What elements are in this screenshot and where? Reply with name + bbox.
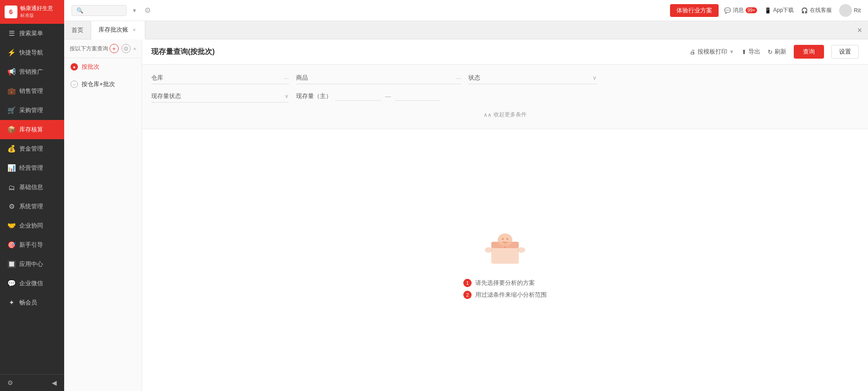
sidebar-item-system[interactable]: ⚙ 系统管理 [0,197,64,216]
collapse-more-btn[interactable]: ∧∧ 收起更多条件 [151,108,859,121]
warehouse-input-container: 仓库 ··· [151,72,289,84]
scheme-batch[interactable]: ● 按批次 [64,58,142,76]
step-1-label: 请先选择要分析的方案 [475,279,535,287]
tabbar: 首页 库存批次账 × ✕ [64,21,868,39]
empty-svg [478,223,533,269]
settings-button[interactable]: 设置 [831,45,859,59]
service-icon: 🎧 [801,7,808,14]
dropdown-arrow[interactable]: ▼ [132,8,137,13]
sidebar-item-search[interactable]: ☰ 搜索菜单 [0,24,64,43]
product-more-btn[interactable]: ··· [456,75,461,81]
finance-icon: 💰 [7,145,16,153]
filter-area: 仓库 ··· 商品 ··· [142,65,868,129]
filter-row-2: 现存量状态 ∨ 现存量（主） — [151,90,859,103]
empty-step-1: 1 请先选择要分析的方案 [463,279,547,287]
print-icon: 🖨 [690,49,696,55]
online-service-action[interactable]: 🎧 在线客服 [801,6,832,14]
left-panel-collapse-icon[interactable]: « [133,46,136,51]
refresh-btn[interactable]: ↻ 刷新 [768,48,786,56]
messages-badge: 99+ [746,7,757,13]
inv-qty-dash: — [385,93,391,100]
sales-icon: 💼 [7,87,16,95]
warehouse-more-btn[interactable]: ··· [284,75,289,81]
app-version: 标准版 [20,12,53,19]
page-title: 现存量查询(按批次) [151,47,215,57]
member-icon: ✦ [7,299,16,307]
filter-inv-status-field: 现存量状态 ∨ [151,90,289,103]
sidebar-nav: ☰ 搜索菜单 ⚡ 快捷导航 📢 营销推广 💼 销售管理 🛒 采购管理 📦 库存核… [0,24,64,374]
sidebar-item-basics[interactable]: 🗂 基础信息 [0,178,64,197]
username: Rit [854,7,861,14]
export-btn[interactable]: ⬆ 导出 [742,48,760,56]
filter-status-field: 状态 ∨ [468,72,597,84]
add-scheme-btn[interactable]: + [110,44,119,53]
step-num-2: 2 [463,291,472,299]
tab-inventory-batch[interactable]: 库存批次账 × [91,21,145,39]
product-input-container: 商品 ··· [296,72,461,84]
sidebar-label-member: 畅会员 [19,299,37,307]
print-dropdown-icon[interactable]: ▼ [729,49,734,54]
sidebar-label-marketing: 营销推广 [19,68,43,76]
tab-home[interactable]: 首页 [64,22,91,39]
status-dropdown-arrow[interactable]: ∨ [593,75,597,81]
sidebar-item-finance[interactable]: 💰 资金管理 [0,139,64,158]
collapse-sidebar-icon[interactable]: ◀ [52,379,57,386]
home-label: 首页 [71,26,83,34]
inv-qty-min-input[interactable] [335,92,381,100]
left-panel: 按以下方案查询 + ⚙ « ● 按批次 ○ 按仓库+批次 [64,39,142,391]
export-label: 导出 [748,48,760,56]
sidebar-item-member[interactable]: ✦ 畅会员 [0,293,64,312]
messages-action[interactable]: 💬 消息 99+ [724,6,757,14]
phone-icon: 📱 [764,7,771,14]
print-btn[interactable]: 🖨 按模板打印 ▼ [690,48,734,56]
page-header: 现存量查询(按批次) 🖨 按模板打印 ▼ ⬆ 导出 ↻ 刷新 [142,39,868,65]
inv-qty-min-input-wrap [335,92,381,101]
sidebar-item-marketing[interactable]: 📢 营销推广 [0,62,64,81]
scheme-warehouse-batch[interactable]: ○ 按仓库+批次 [64,76,142,93]
inv-qty-max-input[interactable] [395,92,440,100]
app-download-action[interactable]: 📱 App下载 [764,6,794,14]
topbar-actions: 💬 消息 99+ 📱 App下载 🎧 在线客服 Rit [724,4,861,17]
sidebar-item-corp[interactable]: 🤝 企业协同 [0,216,64,235]
active-tab-label: 库存批次账 [99,26,128,34]
refresh-icon: ↻ [768,49,773,55]
tabbar-global-close[interactable]: ✕ [852,22,868,38]
inv-qty-container: 现存量（主） — [296,90,440,103]
settings-bottom-icon[interactable]: ⚙ [7,379,13,386]
basics-icon: 🗂 [7,184,16,191]
left-panel-header: 按以下方案查询 + ⚙ « [64,39,142,58]
collapse-up-icon: ∧∧ [483,112,492,118]
sidebar-item-quicknav[interactable]: ⚡ 快捷导航 [0,43,64,62]
inv-status-arrow[interactable]: ∨ [285,93,289,99]
tab-close-icon[interactable]: × [131,27,137,33]
page-header-actions: 🖨 按模板打印 ▼ ⬆ 导出 ↻ 刷新 查询 设置 [690,45,859,59]
scheme-label-batch: 按批次 [82,63,99,71]
sidebar-item-inventory[interactable]: 📦 库存核算 [0,120,64,139]
sidebar-label-inventory: 库存核算 [19,125,43,134]
trial-btn[interactable]: 体验行业方案 [670,4,719,17]
sidebar-item-purchase[interactable]: 🛒 采购管理 [0,101,64,120]
query-button[interactable]: 查询 [794,45,824,59]
scheme-settings-btn[interactable]: ⚙ [121,44,131,53]
sidebar-item-appstore[interactable]: 🔲 应用中心 [0,255,64,274]
settings-topbar-icon[interactable]: ⚙ [144,6,151,15]
step-num-1: 1 [463,279,472,287]
content-area: 按以下方案查询 + ⚙ « ● 按批次 ○ 按仓库+批次 现存量查询(按批次) [64,39,868,391]
product-input[interactable] [312,75,456,81]
sidebar-label-finance: 资金管理 [19,145,43,153]
svg-point-3 [498,234,512,246]
operations-icon: 📊 [7,164,16,172]
sidebar-item-operations[interactable]: 📊 经营管理 [0,158,64,178]
warehouse-input[interactable] [167,75,284,81]
sidebar-label-sales: 销售管理 [19,87,43,95]
close-icon: ✕ [857,27,863,34]
sidebar-item-sales[interactable]: 💼 销售管理 [0,81,64,101]
avatar [839,4,852,17]
appstore-icon: 🔲 [7,260,16,268]
search-box[interactable]: 🔍 [71,5,126,16]
sidebar-item-guide[interactable]: 🎯 新手引导 [0,235,64,255]
app-title: 畅康通好生意 [20,5,53,12]
sidebar-item-wechat[interactable]: 💬 企业微信 [0,274,64,293]
user-action[interactable]: Rit [839,4,861,17]
svg-point-5 [506,238,508,240]
